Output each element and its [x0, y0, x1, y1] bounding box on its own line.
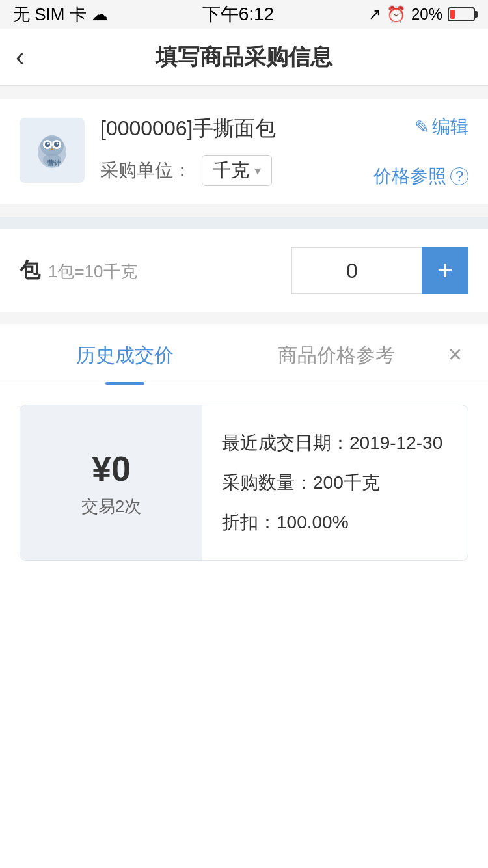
location-icon: ↗ — [368, 5, 381, 23]
page-title: 填写商品采购信息 — [156, 42, 332, 72]
battery-text: 20% — [411, 5, 442, 23]
price-ref-button[interactable]: 价格参照 ? — [373, 164, 468, 189]
tabs-container: 历史成交价 商品价格参考 × ¥0 交易2次 最近成交日期：2019-12-30… — [0, 324, 488, 580]
unit-label: 采购单位： — [100, 158, 191, 183]
product-card: 营计 [0000006]手撕面包 采购单位： 千克 ▾ ✎ 编辑 — [0, 99, 488, 204]
package-unit-label: 包 — [20, 256, 40, 285]
status-time: 下午6:12 — [202, 2, 275, 27]
section-divider — [0, 217, 488, 229]
product-info: [0000006]手撕面包 采购单位： 千克 ▾ — [100, 115, 276, 186]
edit-icon: ✎ — [414, 116, 429, 138]
back-button[interactable]: ‹ — [16, 42, 24, 72]
discount-row: 折扣：100.00% — [222, 508, 448, 537]
purchase-qty-row: 采购数量：200千克 — [222, 468, 448, 498]
recent-date-row: 最近成交日期：2019-12-30 — [222, 429, 448, 458]
status-bar: 无 SIM 卡 ☁ 下午6:12 ↗ ⏰ 20% — [0, 0, 488, 29]
chevron-down-icon: ▾ — [254, 163, 261, 178]
unit-selector[interactable]: 千克 ▾ — [202, 155, 272, 186]
discount-value: 100.00% — [277, 512, 349, 532]
edit-button[interactable]: ✎ 编辑 — [414, 115, 468, 139]
battery-icon — [448, 7, 475, 21]
svg-text:营计: 营计 — [47, 159, 61, 167]
price-card-right: 最近成交日期：2019-12-30 采购数量：200千克 折扣：100.00% — [202, 405, 468, 560]
purchase-qty-value: 200千克 — [313, 472, 380, 493]
status-left: 无 SIM 卡 ☁ — [13, 3, 108, 26]
alarm-icon: ⏰ — [386, 5, 406, 23]
quantity-row: 包 1包=10千克 + — [0, 229, 488, 312]
price-ref-label: 价格参照 — [373, 164, 446, 189]
unit-value: 千克 — [213, 158, 249, 183]
quantity-plus-button[interactable]: + — [422, 247, 468, 294]
svg-point-6 — [47, 143, 49, 145]
tab-history-price[interactable]: 历史成交价 — [20, 324, 230, 385]
product-image: 营计 — [20, 118, 85, 183]
quantity-input[interactable] — [291, 247, 422, 294]
status-right: ↗ ⏰ 20% — [368, 5, 475, 23]
price-card-left: ¥0 交易2次 — [20, 405, 202, 560]
price-amount: ¥0 — [92, 448, 131, 489]
price-trades: 交易2次 — [81, 495, 141, 518]
recent-date-label: 最近成交日期： — [222, 433, 349, 453]
edit-label: 编辑 — [432, 115, 468, 139]
nav-bar: ‹ 填写商品采购信息 — [0, 29, 488, 86]
tab-product-price-ref[interactable]: 商品价格参考 — [230, 324, 441, 385]
conversion-label: 1包=10千克 — [48, 260, 137, 283]
bottom-area — [0, 580, 488, 868]
history-price-content: ¥0 交易2次 最近成交日期：2019-12-30 采购数量：200千克 折扣：… — [0, 385, 488, 580]
purchase-qty-label: 采购数量： — [222, 472, 313, 493]
price-card: ¥0 交易2次 最近成交日期：2019-12-30 采购数量：200千克 折扣：… — [20, 405, 468, 561]
discount-label: 折扣： — [222, 512, 277, 532]
product-name: [0000006]手撕面包 — [100, 115, 276, 143]
help-icon: ? — [450, 167, 468, 185]
signal-text: 无 SIM 卡 ☁ — [13, 3, 108, 26]
recent-date-value: 2019-12-30 — [349, 433, 442, 453]
svg-point-7 — [57, 143, 59, 145]
tabs-header: 历史成交价 商品价格参考 × — [0, 324, 488, 385]
close-button[interactable]: × — [442, 336, 468, 373]
